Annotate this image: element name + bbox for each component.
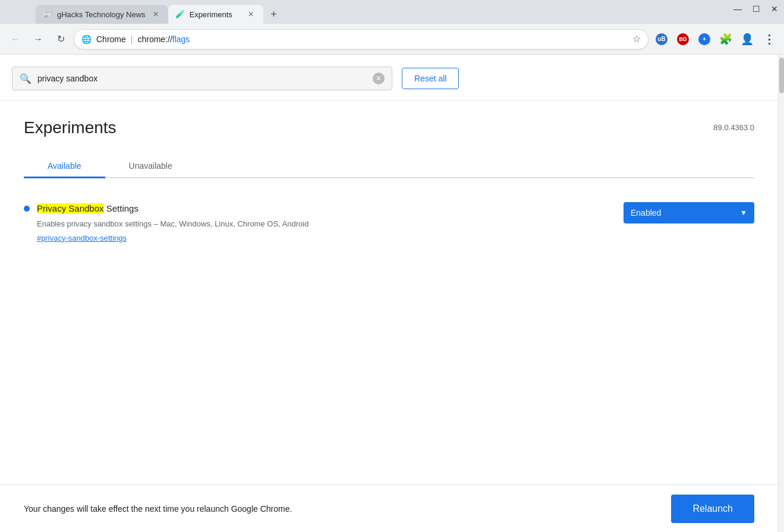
- experiment-status-label: Enabled: [631, 208, 661, 218]
- address-favicon: 🌐: [81, 34, 92, 44]
- new-tab-button[interactable]: +: [266, 6, 282, 23]
- experiment-item: Privacy Sandbox Settings Enables privacy…: [24, 196, 754, 249]
- search-icon: 🔍: [20, 73, 32, 84]
- address-bar[interactable]: 🌐 Chrome | chrome://flags ☆: [74, 29, 648, 49]
- experiment-indicator-dot: [24, 206, 30, 212]
- puzzle-icon[interactable]: 🧩: [716, 30, 735, 49]
- content-area: 🔍 privacy sandbox ✕ Reset all Experiment…: [0, 55, 778, 532]
- bitdefender-icon[interactable]: BD: [673, 30, 692, 49]
- scrollbar[interactable]: [778, 55, 784, 532]
- address-brand: Chrome: [96, 34, 126, 44]
- bookmark-star-icon[interactable]: ☆: [632, 33, 641, 45]
- experiment-status-select[interactable]: Enabled ▼: [624, 202, 754, 223]
- minimize-button[interactable]: —: [733, 5, 742, 13]
- content-tabs: Available Unavailable: [24, 155, 754, 178]
- tab-ghacks[interactable]: 📰 gHacks Technology News ✕: [36, 5, 168, 24]
- blue-shield-ext-icon: +: [698, 33, 710, 45]
- page-title: Experiments: [24, 118, 117, 137]
- experiment-description: Enables privacy sandbox settings – Mac, …: [37, 218, 612, 230]
- version-number: 89.0.4363.0: [713, 123, 754, 132]
- experiment-left: Privacy Sandbox Settings Enables privacy…: [24, 202, 612, 243]
- tabs-area: 📰 gHacks Technology News ✕ 🧪 Experiments…: [0, 0, 282, 24]
- experiments-close-icon[interactable]: ✕: [245, 9, 256, 20]
- title-bar: 📰 gHacks Technology News ✕ 🧪 Experiments…: [0, 0, 784, 24]
- search-box[interactable]: 🔍 privacy sandbox ✕: [12, 67, 392, 90]
- tab-unavailable[interactable]: Unavailable: [105, 155, 196, 178]
- bottom-message: Your changes will take effect the next t…: [24, 504, 292, 514]
- menu-icon[interactable]: ⋮: [759, 30, 778, 49]
- blue-shield-icon[interactable]: +: [695, 30, 714, 49]
- ublock-icon[interactable]: uB: [652, 30, 671, 49]
- scrollbar-thumb[interactable]: [779, 58, 784, 93]
- reset-all-button[interactable]: Reset all: [402, 68, 459, 89]
- ghacks-favicon: 📰: [43, 10, 52, 19]
- search-input[interactable]: privacy sandbox: [37, 74, 367, 83]
- back-button[interactable]: ←: [6, 30, 25, 49]
- reload-button[interactable]: ↻: [51, 30, 70, 49]
- search-area: 🔍 privacy sandbox ✕ Reset all: [0, 55, 778, 100]
- address-separator: |: [131, 34, 133, 44]
- ghacks-close-icon[interactable]: ✕: [150, 9, 161, 20]
- experiment-name-highlight: Privacy Sandbox: [37, 203, 104, 213]
- tab-experiments[interactable]: 🧪 Experiments ✕: [168, 5, 263, 24]
- toolbar-icons: uB BD + 🧩 👤 ⋮: [652, 30, 778, 49]
- relaunch-button[interactable]: Relaunch: [671, 495, 754, 523]
- ghacks-tab-title: gHacks Technology News: [57, 10, 146, 19]
- page-header: Experiments 89.0.4363.0: [24, 118, 754, 137]
- toolbar: ← → ↻ 🌐 Chrome | chrome://flags ☆ uB BD …: [0, 24, 784, 55]
- experiments-tab-title: Experiments: [190, 10, 241, 19]
- bottom-bar: Your changes will take effect the next t…: [0, 484, 778, 532]
- maximize-button[interactable]: ☐: [752, 5, 760, 13]
- main-container: 🔍 privacy sandbox ✕ Reset all Experiment…: [0, 55, 784, 532]
- ublock-ext-icon: uB: [656, 33, 667, 45]
- account-icon[interactable]: 👤: [738, 30, 757, 49]
- window-controls: — ☐ ✕: [733, 5, 778, 13]
- address-flags: flags: [172, 34, 190, 44]
- experiments-favicon: 🧪: [175, 10, 185, 19]
- bitdefender-ext-icon: BD: [677, 33, 689, 45]
- search-clear-button[interactable]: ✕: [373, 73, 385, 84]
- close-button[interactable]: ✕: [771, 5, 778, 13]
- select-chevron-icon: ▼: [740, 209, 747, 217]
- page-content: Experiments 89.0.4363.0 Available Unavai…: [0, 100, 778, 484]
- forward-button[interactable]: →: [29, 30, 48, 49]
- experiment-name: Privacy Sandbox Settings: [37, 202, 612, 215]
- experiment-info: Privacy Sandbox Settings Enables privacy…: [37, 202, 612, 243]
- address-url: chrome://flags: [137, 34, 190, 44]
- experiment-link[interactable]: #privacy-sandbox-settings: [37, 234, 127, 243]
- tab-available[interactable]: Available: [24, 155, 105, 178]
- experiment-name-suffix: Settings: [104, 203, 138, 213]
